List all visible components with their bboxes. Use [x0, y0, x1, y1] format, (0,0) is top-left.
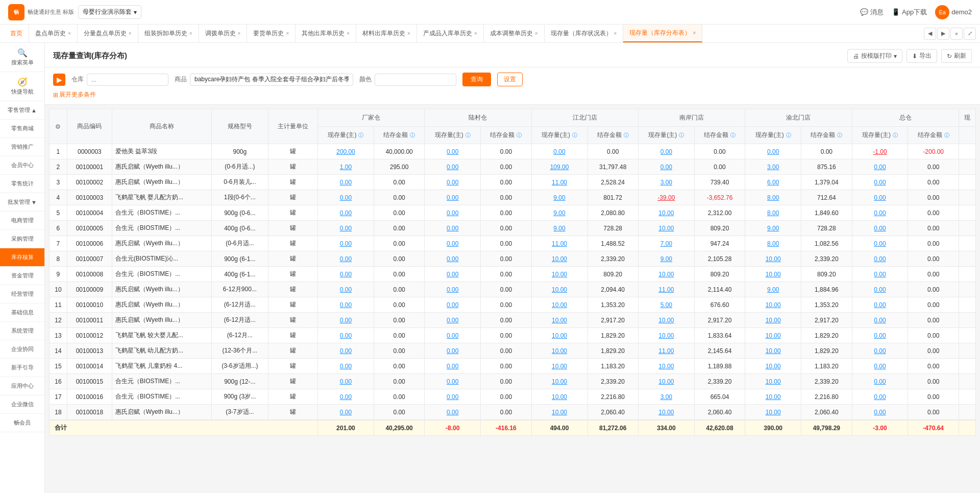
tab-cailiao-close[interactable]: ×	[407, 31, 410, 36]
cell-wh-qty-5[interactable]: 0.00	[852, 328, 908, 343]
cell-wh-qty-4[interactable]: 9.00	[745, 282, 801, 297]
cell-wh-qty-5[interactable]: 0.00	[852, 190, 908, 205]
info-icon-11[interactable]: ⓘ	[893, 132, 898, 139]
cell-wh-qty-1[interactable]: 0.00	[425, 159, 481, 175]
nav-prev-btn[interactable]: ◀	[924, 28, 936, 40]
cell-wh-qty-1[interactable]: 0.00	[425, 144, 481, 159]
cell-wh-qty-4[interactable]: 10.00	[745, 343, 801, 359]
info-icon-10[interactable]: ⓘ	[837, 132, 842, 139]
cell-wh-qty-0[interactable]: 0.00	[317, 313, 374, 328]
cell-wh-qty-1[interactable]: 0.00	[425, 359, 481, 374]
cell-wh-qty-4[interactable]: 9.00	[745, 221, 801, 236]
info-icon-12[interactable]: ⓘ	[944, 132, 949, 139]
cell-wh-qty-3[interactable]: 10.00	[638, 359, 694, 374]
cell-wh-qty-1[interactable]: 0.00	[425, 328, 481, 343]
cell-wh-qty-1[interactable]: 0.00	[425, 282, 481, 297]
expand-arrow[interactable]: ▶	[53, 74, 65, 86]
tab-xiancun1-close[interactable]: ×	[614, 31, 617, 36]
cell-wh-qty-5[interactable]: 0.00	[852, 251, 908, 267]
cell-wh-qty-3[interactable]: 10.00	[638, 221, 694, 236]
cell-wh-qty-1[interactable]: 0.00	[425, 251, 481, 267]
cell-wh-qty-3[interactable]: 10.00	[638, 267, 694, 282]
settings-btn[interactable]: 设置	[497, 73, 523, 86]
gear-icon[interactable]: ⚙	[55, 123, 61, 130]
cell-wh-qty-1[interactable]: 0.00	[425, 343, 481, 359]
cell-wh-qty-3[interactable]: 3.00	[638, 389, 694, 405]
sidebar-item-retail-stats[interactable]: 零售统计	[0, 175, 44, 193]
query-btn[interactable]: 查询	[462, 73, 491, 86]
cell-wh-qty-3[interactable]: 11.00	[638, 343, 694, 359]
tab-fenpandian[interactable]: 分量盘点单历史 ×	[78, 25, 138, 42]
sidebar-item-ecom[interactable]: 电商管理	[0, 212, 44, 230]
cell-wh-qty-4[interactable]: 8.00	[745, 205, 801, 221]
info-icon-8[interactable]: ⓘ	[730, 132, 736, 139]
cell-wh-qty-2[interactable]: 11.00	[531, 236, 587, 251]
cell-wh-qty-2[interactable]: 10.00	[531, 389, 587, 405]
cell-wh-qty-4[interactable]: 10.00	[745, 328, 801, 343]
sidebar-item-nav[interactable]: 🧭 快捷导航	[0, 72, 44, 101]
sidebar-item-basic[interactable]: 基础信息	[0, 303, 44, 322]
cell-wh-qty-5[interactable]: 0.00	[852, 267, 908, 282]
nav-expand-btn[interactable]: ⤢	[964, 28, 976, 40]
nav-next-btn[interactable]: ▶	[937, 28, 949, 40]
sidebar-item-system[interactable]: 系统管理	[0, 322, 44, 340]
cell-wh-qty-2[interactable]: 10.00	[531, 267, 587, 282]
cell-wh-qty-4[interactable]: 10.00	[745, 389, 801, 405]
sidebar-item-retail-shop[interactable]: 零售商城	[0, 120, 44, 138]
tab-home[interactable]: 首页	[4, 25, 29, 42]
cell-wh-qty-4[interactable]: 10.00	[745, 297, 801, 313]
cell-wh-qty-3[interactable]: 10.00	[638, 313, 694, 328]
app-download-btn[interactable]: 📱 App下载	[892, 8, 927, 17]
sidebar-item-retail-mgmt[interactable]: 零售管理 ▲	[0, 101, 44, 120]
cell-wh-qty-5[interactable]: 0.00	[852, 343, 908, 359]
cell-wh-qty-0[interactable]: 0.00	[317, 205, 374, 221]
cell-wh-qty-3[interactable]: 10.00	[638, 374, 694, 389]
tab-zuzhuang[interactable]: 组装拆卸单历史 ×	[138, 25, 199, 42]
warehouse-input[interactable]	[87, 74, 168, 86]
cell-wh-qty-3[interactable]: 10.00	[638, 205, 694, 221]
tab-chuku[interactable]: 其他出库单历史 ×	[296, 25, 356, 42]
cell-wh-qty-2[interactable]: 109.00	[531, 159, 587, 175]
cell-wh-qty-0[interactable]: 1.00	[317, 159, 374, 175]
cell-wh-qty-1[interactable]: 0.00	[425, 374, 481, 389]
th-settings[interactable]: ⚙	[50, 109, 67, 144]
cell-wh-qty-3[interactable]: 7.00	[638, 236, 694, 251]
tab-yaohuo-close[interactable]: ×	[286, 31, 289, 36]
cell-wh-qty-0[interactable]: 0.00	[317, 328, 374, 343]
tab-chuku-close[interactable]: ×	[347, 31, 350, 36]
tab-diaopo-close[interactable]: ×	[238, 31, 241, 36]
cell-wh-qty-5[interactable]: 0.00	[852, 405, 908, 420]
cell-wh-qty-0[interactable]: 0.00	[317, 405, 374, 420]
cell-wh-qty-3[interactable]: 3.00	[638, 175, 694, 190]
cell-wh-qty-5[interactable]: 0.00	[852, 389, 908, 405]
cell-wh-qty-1[interactable]: 0.00	[425, 389, 481, 405]
cell-wh-qty-0[interactable]: 0.00	[317, 190, 374, 205]
sidebar-item-wxwork[interactable]: 企业微信	[0, 395, 44, 414]
cell-wh-qty-4[interactable]: 10.00	[745, 251, 801, 267]
tab-diaopo[interactable]: 调拨单历史 ×	[199, 25, 248, 42]
cell-wh-qty-3[interactable]: -39.00	[638, 190, 694, 205]
cell-wh-qty-0[interactable]: 0.00	[317, 389, 374, 405]
cell-wh-qty-3[interactable]: 0.00	[638, 144, 694, 159]
messages-btn[interactable]: 💬 消息	[860, 8, 884, 17]
cell-wh-qty-4[interactable]: 10.00	[745, 267, 801, 282]
cell-wh-qty-3[interactable]: 11.00	[638, 282, 694, 297]
cell-wh-qty-4[interactable]: 8.00	[745, 190, 801, 205]
tab-pandian[interactable]: 盘点单历史 ×	[29, 25, 78, 42]
cell-wh-qty-5[interactable]: 0.00	[852, 236, 908, 251]
cell-wh-qty-2[interactable]: 10.00	[531, 297, 587, 313]
cell-wh-qty-1[interactable]: 0.00	[425, 236, 481, 251]
cell-wh-qty-1[interactable]: 0.00	[425, 175, 481, 190]
info-icon-4[interactable]: ⓘ	[517, 132, 522, 139]
expand-conditions-btn[interactable]: ⊞ 展开更多条件	[53, 90, 972, 99]
cell-wh-qty-3[interactable]: 10.00	[638, 328, 694, 343]
print-btn[interactable]: 🖨 按模版打印 ▾	[847, 49, 902, 63]
sidebar-item-purchase[interactable]: 采购管理	[0, 230, 44, 248]
cell-wh-qty-2[interactable]: 10.00	[531, 251, 587, 267]
sidebar-item-wholesale[interactable]: 批发管理 ▼	[0, 193, 44, 212]
tab-yaohuo[interactable]: 要货单历史 ×	[247, 25, 296, 42]
sidebar-item-guide[interactable]: 新手引导	[0, 359, 44, 377]
cell-wh-qty-0[interactable]: 0.00	[317, 175, 374, 190]
cell-wh-qty-3[interactable]: 9.00	[638, 251, 694, 267]
cell-wh-qty-0[interactable]: 0.00	[317, 236, 374, 251]
